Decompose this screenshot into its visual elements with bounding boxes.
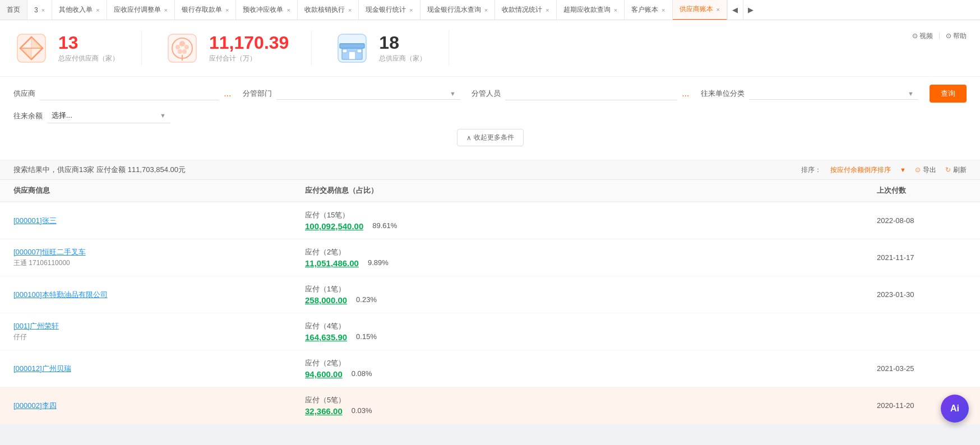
nav-tab-3-close[interactable]: × (41, 7, 45, 13)
table-header-percent (720, 186, 877, 196)
nav-tab-supplier-book-close[interactable]: × (716, 6, 720, 13)
stat-card-total-suppliers: 18 总供应商（家） (334, 30, 449, 66)
video-link[interactable]: ⊙视频 (912, 31, 933, 41)
payable-amount-2[interactable]: 258,000.00 (305, 295, 347, 305)
stat-number-payable: 11,170.39 (209, 34, 289, 52)
category-select[interactable]: ▼ (749, 88, 919, 100)
supplier-info-1: [000007]恒旺二手叉车 王通 17106110000 (13, 247, 305, 268)
last-payment-0: 2022-08-08 (877, 216, 967, 225)
supplier-sub-3: 仔仔 (13, 332, 305, 342)
svg-rect-18 (343, 49, 347, 53)
supplier-link-1[interactable]: [000007]恒旺二手叉车 (13, 247, 305, 257)
supplier-info-3: [001]广州荣轩 仔仔 (13, 321, 305, 342)
svg-point-9 (175, 45, 180, 49)
nav-tab-ar-ap-adjust-close[interactable]: × (164, 7, 168, 13)
refresh-button[interactable]: ↻ 刷新 (945, 165, 967, 175)
nav-tab-other-income-label: 其他收入单 (59, 5, 93, 15)
last-payment-1: 2021-11-17 (877, 253, 967, 262)
collapse-button[interactable]: ∧ 收起更多条件 (457, 129, 524, 146)
stat-label-total-suppliers: 总供应商（家） (379, 54, 426, 63)
nav-tab-cash-bank-stat-close[interactable]: × (409, 7, 413, 13)
supplier-link-5[interactable]: [000002]李四 (13, 401, 305, 411)
payable-amount-4[interactable]: 94,600.00 (305, 369, 343, 379)
svg-point-12 (182, 49, 187, 54)
supplier-sub-1: 王通 17106110000 (13, 258, 305, 268)
filter-row-2: 往来余额 选择... ▼ (13, 108, 170, 123)
nav-tab-cash-bank-stat-label: 现金银行统计 (366, 5, 406, 15)
nav-tab-collection-stat-close[interactable]: × (546, 7, 549, 13)
nav-tab-bank-deposit-close[interactable]: × (225, 7, 229, 13)
stat-card-suppliers: 13 总应付供应商（家） (13, 30, 142, 66)
filter-label-dept: 分管部门 (243, 89, 272, 99)
nav-tab-3[interactable]: 3 × (27, 0, 52, 20)
nav-tab-other-income-close[interactable]: × (96, 7, 99, 13)
filter-item-category: 往来单位分类 ▼ (701, 88, 919, 100)
nav-tab-3-label: 3 (34, 6, 38, 14)
sort-value[interactable]: 按应付余额倒序排序 (830, 165, 891, 175)
nav-tab-overdue-ar-close[interactable]: × (614, 7, 617, 13)
dept-dropdown-arrow: ▼ (450, 90, 456, 97)
supplier-link-2[interactable]: [000100]本特勤油品有限公司 (13, 290, 305, 300)
dept-select[interactable]: ▼ (276, 88, 461, 100)
nav-tab-bank-deposit[interactable]: 银行存取款单 × (175, 0, 236, 20)
nav-tab-other-income[interactable]: 其他收入单 × (52, 0, 107, 20)
nav-tab-payment-verify[interactable]: 收款核销执行 × (298, 0, 359, 20)
nav-tab-customer-book-label: 客户账本 (631, 5, 658, 15)
supplier-input[interactable] (40, 87, 219, 100)
nav-arrow-left[interactable]: ◀ (727, 0, 743, 20)
ai-button[interactable]: Ai (941, 395, 969, 423)
store-icon (334, 30, 370, 66)
nav-arrow-right[interactable]: ▶ (743, 0, 759, 20)
supplier-link-3[interactable]: [001]广州荣轩 (13, 321, 305, 331)
filter-section: 供应商 ... 分管部门 ▼ 分管人员 ... 往来单位分类 ▼ 查询 (0, 77, 980, 160)
nav-tab-cash-bank-flow-close[interactable]: × (484, 7, 488, 13)
nav-tab-ar-ap-adjust[interactable]: 应收应付调整单 × (107, 0, 175, 20)
supplier-link-4[interactable]: [000012]广州贝瑞 (13, 364, 305, 374)
payable-amount-5[interactable]: 32,366.00 (305, 406, 343, 416)
filter-item-dept: 分管部门 ▼ (243, 88, 461, 100)
nav-tab-collection-stat[interactable]: 收款情况统计 × (495, 0, 556, 20)
payable-info-2: 应付（1笔） 258,000.00 0.23% (305, 284, 720, 305)
nav-tab-advance-ar[interactable]: 预收冲应收单 × (236, 0, 297, 20)
filter-label-person: 分管人员 (471, 89, 501, 99)
nav-tab-cash-bank-flow[interactable]: 现金银行流水查询 × (420, 0, 495, 20)
person-input[interactable] (505, 87, 677, 100)
supplier-info-5: [000002]李四 (13, 401, 305, 411)
table-row: [000100]本特勤油品有限公司 应付（1笔） 258,000.00 0.23… (0, 276, 980, 313)
supplier-link-0[interactable]: [000001]张三 (13, 216, 305, 226)
payable-info-1: 应付（2笔） 11,051,486.00 9.89% (305, 247, 720, 268)
result-bar: 搜索结果中，供应商13家 应付金额 111,703,854.00元 排序： 按应… (0, 160, 980, 180)
table-row: [000012]广州贝瑞 应付（2笔） 94,600.00 0.08% 2021… (0, 350, 980, 387)
nav-tab-overdue-ar[interactable]: 超期应收款查询 × (557, 0, 625, 20)
search-button[interactable]: 查询 (930, 85, 967, 103)
nav-tab-customer-book-close[interactable]: × (662, 7, 665, 13)
balance-select-value: 选择... (52, 110, 72, 120)
export-button[interactable]: ⊙ 导出 (915, 165, 936, 175)
person-dots[interactable]: ... (682, 89, 689, 99)
nav-tab-home[interactable]: 首页 (0, 0, 27, 20)
help-link[interactable]: ⊙帮助 (946, 31, 967, 41)
nav-tab-customer-book[interactable]: 客户账本 × (625, 0, 672, 20)
table-row: [001]广州荣轩 仔仔 应付（4笔） 164,635.90 0.15% (0, 313, 980, 350)
balance-select[interactable]: 选择... ▼ (47, 108, 170, 123)
nav-tab-supplier-book[interactable]: 供应商账本 × (673, 0, 727, 20)
payable-info-5: 应付（5笔） 32,366.00 0.03% (305, 395, 720, 416)
nav-tab-payment-verify-close[interactable]: × (348, 7, 352, 13)
payable-info-0: 应付（15笔） 100,092,540.00 89.61% (305, 210, 720, 231)
stat-label-payable: 应付合计（万） (209, 54, 289, 63)
wheat-icon (164, 30, 200, 66)
payable-amount-1[interactable]: 11,051,486.00 (305, 258, 359, 268)
top-right-links: ⊙视频 | ⊙帮助 (912, 31, 967, 41)
supplier-info-2: [000100]本特勤油品有限公司 (13, 290, 305, 300)
supplier-dots[interactable]: ... (224, 89, 231, 99)
payable-label-0: 应付（15笔） (305, 210, 720, 220)
payable-percent-0: 89.61% (372, 221, 397, 230)
payable-amount-3[interactable]: 164,635.90 (305, 332, 347, 342)
nav-bar: 首页 3 × 其他收入单 × 应收应付调整单 × 银行存取款单 × 预收冲应收单… (0, 0, 980, 20)
payable-amount-0[interactable]: 100,092,540.00 (305, 221, 363, 231)
payable-label-2: 应付（1笔） (305, 284, 720, 294)
nav-tab-advance-ar-close[interactable]: × (286, 7, 290, 13)
nav-tab-cash-bank-flow-label: 现金银行流水查询 (427, 5, 481, 15)
nav-tab-collection-stat-label: 收款情况统计 (502, 5, 542, 15)
nav-tab-cash-bank-stat[interactable]: 现金银行统计 × (359, 0, 420, 20)
